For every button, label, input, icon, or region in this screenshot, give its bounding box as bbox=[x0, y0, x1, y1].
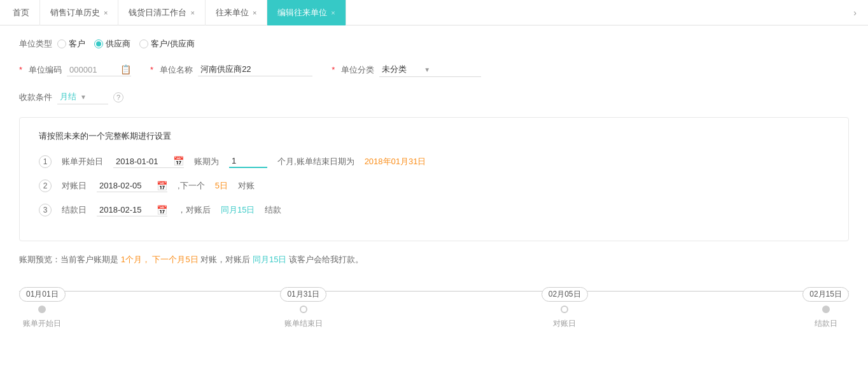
timeline-dot-3 bbox=[561, 306, 568, 313]
calendar-icon-3[interactable]: 📅 bbox=[157, 205, 167, 215]
tab-edit-partner[interactable]: 编辑往来单位 × bbox=[267, 0, 346, 25]
radio-supplier-circle bbox=[94, 39, 103, 48]
help-icon-label: ? bbox=[116, 94, 120, 101]
timeline: 01月01日 账单开始日 01月31日 账单结束日 02月05日 对账日 02月… bbox=[19, 281, 849, 348]
tab-cash-work[interactable]: 钱货日清工作台 × bbox=[118, 0, 205, 25]
date-input-1: 📅 bbox=[113, 155, 184, 168]
radio-both[interactable]: 客户/供应商 bbox=[139, 38, 195, 50]
date-field-1[interactable] bbox=[113, 155, 171, 167]
tab-sales-order-label: 销售订单历史 bbox=[50, 7, 100, 18]
unit-category-select[interactable]: 未分类 ▼ bbox=[379, 62, 481, 77]
unit-name-input[interactable] bbox=[198, 64, 312, 76]
tabs-scroll-right[interactable]: › bbox=[848, 8, 862, 18]
tab-edit-partner-close[interactable]: × bbox=[331, 9, 335, 17]
date-field-2[interactable] bbox=[97, 179, 154, 192]
period-field-label-2: 对账日 bbox=[62, 180, 87, 192]
period-field-label-3: 结款日 bbox=[62, 204, 87, 216]
radio-customer-label: 客户 bbox=[69, 38, 85, 50]
timeline-date-2: 01月31日 bbox=[280, 287, 326, 302]
period-suffix-1: 个月,账单结束日期为 bbox=[277, 156, 354, 167]
preview-suffix: 该客户会给我打款。 bbox=[289, 255, 363, 264]
date-input-3: 📅 bbox=[97, 204, 167, 216]
preview-part3: 同月15日 bbox=[253, 255, 286, 264]
tabs-bar: 首页 销售订单历史 × 钱货日清工作台 × 往来单位 × 编辑往来单位 × › bbox=[0, 0, 868, 25]
unit-code-input[interactable] bbox=[67, 64, 118, 76]
unit-category-required: * bbox=[332, 65, 335, 74]
unit-name-required: * bbox=[150, 65, 153, 74]
tab-sales-order-close[interactable]: × bbox=[104, 9, 108, 17]
timeline-date-4: 02月15日 bbox=[802, 287, 849, 302]
period-row-2: 2 对账日 📅 ,下一个 5日 对账 bbox=[39, 179, 829, 192]
period-row-1: 1 账单开始日 📅 账期为 个月,账单结束日期为 2018年01月31日 bbox=[39, 155, 829, 168]
radio-both-circle bbox=[139, 39, 148, 48]
calendar-icon-2[interactable]: 📅 bbox=[157, 181, 167, 191]
period-num-1: 1 bbox=[39, 155, 52, 168]
timeline-date-3: 02月05日 bbox=[542, 287, 588, 302]
payment-terms-label: 收款条件 bbox=[19, 92, 52, 103]
period-num-2: 2 bbox=[39, 179, 52, 192]
period-box: 请按照未来的一个完整帐期进行设置 1 账单开始日 📅 账期为 个月,账单结束日期… bbox=[19, 117, 849, 241]
tab-home-label: 首页 bbox=[13, 7, 29, 18]
period-highlight-1: 2018年01月31日 bbox=[365, 156, 426, 167]
tab-sales-order[interactable]: 销售订单历史 × bbox=[40, 0, 118, 25]
calendar-icon-1[interactable]: 📅 bbox=[173, 156, 184, 166]
preview-part2: 下一个月5日 bbox=[152, 255, 198, 264]
timeline-label-2: 账单结束日 bbox=[284, 318, 323, 329]
tab-cash-work-close[interactable]: × bbox=[190, 9, 194, 17]
timeline-item-3: 02月05日 对账日 bbox=[542, 287, 588, 329]
unit-category-arrow: ▼ bbox=[424, 66, 430, 73]
help-icon[interactable]: ? bbox=[113, 92, 123, 102]
unit-code-item: * 单位编码 📋 bbox=[19, 64, 131, 76]
radio-supplier-label: 供应商 bbox=[106, 38, 130, 50]
timeline-date-1: 01月01日 bbox=[19, 287, 66, 302]
period-field-label-1: 账单开始日 bbox=[62, 156, 103, 167]
tab-home[interactable]: 首页 bbox=[6, 0, 40, 25]
date-field-3[interactable] bbox=[97, 204, 154, 216]
period-suffix-3: 结款 bbox=[265, 204, 281, 216]
period-highlight-2: 5日 bbox=[215, 180, 228, 192]
timeline-dot-4 bbox=[822, 306, 830, 313]
radio-both-label: 客户/供应商 bbox=[151, 38, 195, 50]
unit-category-item: * 单位分类 未分类 ▼ bbox=[332, 62, 481, 77]
period-highlight-3: 同月15日 bbox=[221, 204, 255, 216]
unit-info-row: * 单位编码 📋 * 单位名称 * 单位分类 未分类 ▼ bbox=[19, 62, 849, 77]
timeline-label-1: 账单开始日 bbox=[23, 318, 61, 329]
timeline-item-4: 02月15日 结款日 bbox=[802, 287, 849, 329]
payment-terms-row: 收款条件 月结 ▼ ? bbox=[19, 90, 849, 104]
tab-cash-work-label: 钱货日清工作台 bbox=[129, 7, 186, 18]
period-mid-label-1: 账期为 bbox=[194, 156, 219, 167]
radio-customer[interactable]: 客户 bbox=[57, 38, 85, 50]
radio-supplier[interactable]: 供应商 bbox=[94, 38, 130, 50]
tab-edit-partner-label: 编辑往来单位 bbox=[277, 7, 327, 18]
unit-type-item: 单位类型 客户 供应商 客户/供应商 bbox=[19, 38, 195, 50]
tab-partners-close[interactable]: × bbox=[253, 9, 256, 17]
unit-type-radio-group: 客户 供应商 客户/供应商 bbox=[57, 38, 195, 50]
period-num-3: 3 bbox=[39, 204, 52, 216]
unit-code-icon[interactable]: 📋 bbox=[120, 64, 131, 74]
period-row-3: 3 结款日 📅 ，对账后 同月15日 结款 bbox=[39, 204, 829, 216]
tab-partners[interactable]: 往来单位 × bbox=[206, 0, 267, 25]
unit-category-label: 单位分类 bbox=[341, 64, 374, 76]
unit-code-input-group: 📋 bbox=[67, 64, 131, 76]
page-content: 单位类型 客户 供应商 客户/供应商 bbox=[0, 25, 868, 387]
radio-customer-circle bbox=[57, 39, 66, 48]
timeline-label-3: 对账日 bbox=[553, 318, 576, 329]
unit-name-label: 单位名称 bbox=[160, 64, 193, 76]
payment-terms-select[interactable]: 月结 ▼ bbox=[57, 90, 108, 104]
unit-type-label: 单位类型 bbox=[19, 38, 52, 50]
radio-supplier-dot bbox=[96, 41, 101, 46]
preview-text: 账期预览：当前客户账期是 1个月， 下一个月5日 对账，对账后 同月15日 该客… bbox=[19, 254, 849, 265]
timeline-item-2: 01月31日 账单结束日 bbox=[280, 287, 326, 329]
period-title: 请按照未来的一个完整帐期进行设置 bbox=[39, 130, 829, 142]
timeline-dot-2 bbox=[300, 306, 307, 313]
tab-partners-label: 往来单位 bbox=[216, 7, 249, 18]
period-prefix-2: ,下一个 bbox=[178, 180, 205, 192]
payment-terms-arrow: ▼ bbox=[80, 94, 87, 101]
unit-category-value: 未分类 bbox=[382, 64, 420, 75]
period-prefix-3: ，对账后 bbox=[178, 204, 211, 216]
preview-part1: 1个月， bbox=[121, 255, 150, 264]
period-suffix-2: 对账 bbox=[238, 180, 255, 192]
date-input-2: 📅 bbox=[97, 179, 167, 192]
period-value-input[interactable] bbox=[229, 155, 267, 168]
unit-code-required: * bbox=[19, 65, 22, 74]
